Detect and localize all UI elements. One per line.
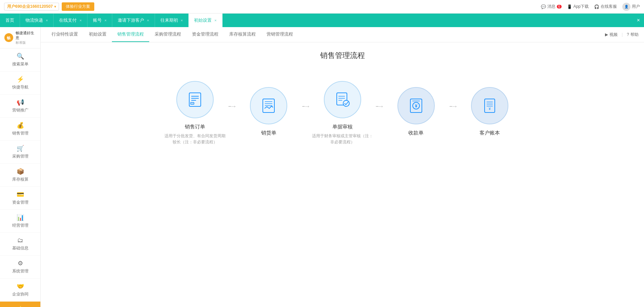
sidebar-item-search[interactable]: 🔍 搜索菜单 xyxy=(0,48,40,71)
close-account-icon[interactable]: × xyxy=(104,18,106,22)
video-label: 视频 xyxy=(609,32,618,38)
basic-icon: 🗂 xyxy=(17,237,23,244)
avatar: 👤 xyxy=(622,3,630,11)
sidebar-item-finance[interactable]: 💳 资金管理 xyxy=(0,187,40,210)
close-payment-icon[interactable]: × xyxy=(79,18,81,22)
close-init-icon[interactable]: × xyxy=(214,18,216,22)
flow-step-receipt[interactable]: ¥ 收款单 xyxy=(386,87,447,139)
newguide-icon: 🌟 xyxy=(17,306,24,307)
flow-step-desc-audit: 适用于财务审核或主管审核（注：非必要流程） xyxy=(312,133,373,145)
close-logistics-icon[interactable]: × xyxy=(46,18,48,22)
sidebar-item-basic[interactable]: 🗂 基础信息 xyxy=(0,233,40,255)
sidebar-logo: 畅 畅捷通好生意 标准版 xyxy=(0,27,40,48)
subtab-purchase-flow[interactable]: 采购管理流程 xyxy=(149,27,187,42)
svg-rect-6 xyxy=(191,102,194,104)
content-area: 行业特性设置 初始设置 销售管理流程 采购管理流程 资金管理流程 库存核算流程 … xyxy=(41,27,644,307)
tab-payment[interactable]: 在线支付 × xyxy=(54,14,87,27)
tab-invite-label: 邀请下游客户 xyxy=(118,17,144,23)
help-item[interactable]: ? 帮助 xyxy=(627,32,639,38)
message-icon: 💬 xyxy=(541,4,546,9)
message-item[interactable]: 💬 消息 6 xyxy=(541,4,562,9)
subtab-init-label: 初始设置 xyxy=(89,32,106,37)
online-service-item[interactable]: 🎧 在线客服 xyxy=(594,4,617,9)
user-selector[interactable]: 用户690企业1660120507 ▾ xyxy=(4,3,59,11)
tab-logistics[interactable]: 物流快递 × xyxy=(20,14,54,27)
operation-icon: 📊 xyxy=(17,214,24,221)
sidebar-marketing-label: 营销推广 xyxy=(12,107,28,113)
svg-text:畅: 畅 xyxy=(7,36,11,40)
flow-step-audit[interactable]: 单据审核 适用于财务审核或主管审核（注：非必要流程） xyxy=(312,81,373,145)
logo-sub: 标准版 xyxy=(16,40,36,45)
subtab-init[interactable]: 初始设置 xyxy=(83,27,112,42)
sidebar-sales-label: 销售管理 xyxy=(12,130,28,136)
user-avatar-item[interactable]: 👤 用户 xyxy=(622,3,640,11)
svg-point-15 xyxy=(343,100,349,106)
sidebar-basic-label: 基础信息 xyxy=(12,245,28,251)
sidebar-item-collab[interactable]: 🤝 企业协同 xyxy=(0,279,40,302)
svg-text:¥: ¥ xyxy=(415,103,417,108)
flow-arrow-3: --→ xyxy=(376,102,383,124)
search-icon: 🔍 xyxy=(17,53,24,60)
subtab-sales-flow[interactable]: 销售管理流程 xyxy=(112,27,149,42)
subtab-finance-flow[interactable]: 资金管理流程 xyxy=(187,27,224,42)
tab-period-label: 往来期初 xyxy=(160,17,178,23)
sales-icon: 💰 xyxy=(17,122,24,129)
subtab-inventory-flow[interactable]: 库存核算流程 xyxy=(224,27,261,42)
message-badge: 6 xyxy=(557,5,562,8)
sidebar-item-system[interactable]: ⚙ 系统管理 xyxy=(0,255,40,279)
tab-home[interactable]: 首页 xyxy=(0,14,20,27)
sidebar-finance-label: 资金管理 xyxy=(12,200,28,205)
tab-init[interactable]: 初始设置 × xyxy=(189,14,222,27)
try-industry-button[interactable]: 体验行业方案 xyxy=(62,2,94,11)
tab-period[interactable]: 往来期初 × xyxy=(155,14,189,27)
flow-step-sales-order[interactable]: 销售订单 适用于分批发货、有合同发货周期较长（注：非必要流程） xyxy=(164,81,226,145)
flow-arrow-4: --→ xyxy=(449,102,456,124)
flow-step-name-audit: 单据审核 xyxy=(332,124,353,130)
flow-circle-audit xyxy=(324,81,361,118)
username-label: 用户 xyxy=(632,4,640,9)
sidebar-item-sales[interactable]: 💰 销售管理 xyxy=(0,118,40,141)
logo-icon: 畅 xyxy=(4,33,14,43)
flow-step-account[interactable]: ¥ 客户账本 xyxy=(459,87,520,139)
sidebar-item-newguide[interactable]: 🌟 新手引导 xyxy=(0,302,40,307)
subtab-marketing-flow[interactable]: 营销管理流程 xyxy=(261,27,298,42)
tab-logistics-label: 物流快递 xyxy=(25,17,43,23)
top-bar-left: 用户690企业1660120507 ▾ 体验行业方案 xyxy=(4,2,94,11)
main-body: 畅 畅捷通好生意 标准版 🔍 搜索菜单 ⚡ 快捷导航 📢 营销推广 💰 销售管理… xyxy=(0,27,644,307)
flow-step-name-account: 客户账本 xyxy=(480,130,500,136)
close-period-icon[interactable]: × xyxy=(181,18,183,22)
close-invite-icon[interactable]: × xyxy=(147,18,149,22)
tab-payment-label: 在线支付 xyxy=(59,17,77,23)
top-bar: 用户690企业1660120507 ▾ 体验行业方案 💬 消息 6 📱 App下… xyxy=(0,0,644,14)
help-label: 帮助 xyxy=(630,32,639,38)
sidebar-item-marketing[interactable]: 📢 营销推广 xyxy=(0,95,40,118)
flow-step-delivery[interactable]: 销货单 xyxy=(238,87,299,139)
flow-step-name-receipt: 收款单 xyxy=(408,130,424,136)
chevron-down-icon: ▾ xyxy=(54,5,56,8)
sidebar-item-inventory[interactable]: 📦 库存核算 xyxy=(0,164,40,187)
sidebar-item-operation[interactable]: 📊 经营管理 xyxy=(0,210,40,233)
app-icon: 📱 xyxy=(567,4,572,9)
headset-icon: 🎧 xyxy=(594,4,599,9)
flow-step-name-sales-order: 销售订单 xyxy=(185,124,205,130)
sidebar-collab-label: 企业协同 xyxy=(12,291,28,297)
tab-init-label: 初始设置 xyxy=(194,17,212,23)
subtab-industry[interactable]: 行业特性设置 xyxy=(46,27,83,42)
subtab-industry-label: 行业特性设置 xyxy=(52,32,78,37)
sidebar-item-purchase[interactable]: 🛒 采购管理 xyxy=(0,141,40,164)
logo-text: 畅捷通好生意 标准版 xyxy=(16,30,36,45)
nav-tabs: 首页 物流快递 × 在线支付 × 账号 × 邀请下游客户 × 往来期初 × 初始… xyxy=(0,14,644,27)
app-download-item[interactable]: 📱 App下载 xyxy=(567,4,589,9)
marketing-icon: 📢 xyxy=(17,99,24,106)
flow-arrow-1: --→ xyxy=(228,102,235,124)
nav-close-button[interactable]: × xyxy=(633,14,644,27)
video-help-item[interactable]: ▶ 视频 xyxy=(605,32,618,38)
sidebar-quicknav-label: 快捷导航 xyxy=(12,84,28,90)
tab-account[interactable]: 账号 × xyxy=(87,14,112,27)
video-icon: ▶ xyxy=(605,32,608,37)
flow-circle-delivery xyxy=(250,87,287,124)
collab-icon: 🤝 xyxy=(17,283,24,290)
logo-title: 畅捷通好生意 xyxy=(16,30,36,40)
sidebar-item-quicknav[interactable]: ⚡ 快捷导航 xyxy=(0,71,40,95)
tab-invite[interactable]: 邀请下游客户 × xyxy=(112,14,155,27)
